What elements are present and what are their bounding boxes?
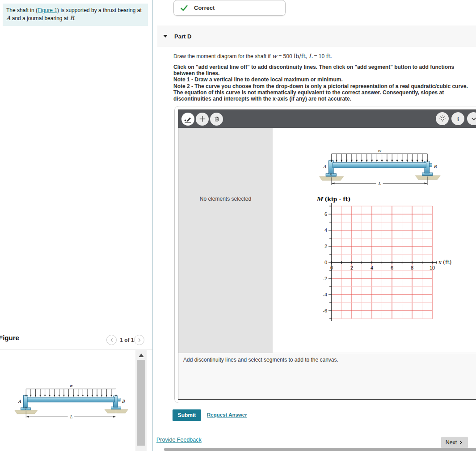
part-d-header[interactable]: Part D: [157, 25, 476, 47]
label-b: B: [122, 399, 126, 404]
selection-panel: No elements selected: [178, 128, 273, 353]
canvas-toolbar: i: [178, 110, 476, 128]
problem-text: The shaft in (: [6, 7, 38, 13]
y-tick-label: 6: [324, 211, 327, 217]
figure-scrollbar-thumb[interactable]: [137, 360, 145, 446]
figure-section-title: Figure: [0, 334, 19, 341]
canvas-content: No elements selected A B w: [178, 128, 476, 353]
y-tick-label: 0: [324, 260, 327, 265]
check-icon: [180, 4, 188, 12]
next-label: Next: [446, 439, 457, 446]
unit-lbft: lb/ft: [294, 53, 306, 59]
submit-button[interactable]: Submit: [173, 409, 201, 421]
beam-shaft: [27, 397, 115, 402]
trash-icon: [213, 115, 221, 123]
distributed-load: w: [25, 384, 117, 397]
prompt-text: Draw the moment diagram for the shaft if…: [173, 53, 332, 59]
plus-icon: [198, 114, 207, 123]
var-b: B: [70, 15, 74, 21]
figure-1-link[interactable]: Figure 1: [38, 7, 57, 13]
part-title: Part D: [174, 33, 191, 40]
y-tick-label: -6: [323, 308, 327, 313]
label-b: B: [434, 164, 437, 169]
x-tick-label: 8: [411, 265, 413, 270]
moment-diagram-graph[interactable]: 02468106420-2-4-6 M (kip · ft) x (ft): [312, 195, 459, 330]
var-w: w: [272, 53, 277, 59]
beam-shaft: [333, 163, 426, 168]
y-tick-label: -4: [323, 292, 327, 297]
x-tick-label: 0: [330, 265, 333, 270]
figure-next-button[interactable]: [134, 335, 144, 345]
correct-label: Correct: [194, 4, 215, 11]
provide-feedback-link[interactable]: Provide Feedback: [156, 437, 202, 443]
figure-prev-button[interactable]: [106, 335, 117, 345]
add-vertical-line-button[interactable]: [181, 113, 194, 126]
expand-button[interactable]: [467, 112, 476, 125]
note-1: Note 1 - Draw a vertical line to denote …: [173, 76, 468, 83]
note-click-instructions: Click on "add vertical line off" to add …: [173, 64, 468, 76]
problem-statement: The shaft in (Figure 1) is supported by …: [3, 4, 148, 26]
y-tick-label: -2: [323, 276, 327, 281]
lightbulb-icon: [438, 114, 447, 123]
dimension-line: L: [332, 177, 428, 186]
chevron-down-icon: [469, 114, 476, 123]
next-button[interactable]: Next: [441, 437, 468, 448]
axes: 02468106420-2-4-6: [323, 203, 437, 321]
correct-feedback-box: Correct: [173, 0, 286, 16]
label-a: A: [323, 164, 327, 169]
distributed-load: w: [331, 148, 429, 162]
figure-panel-border: [0, 350, 152, 350]
dimension-line: L: [26, 410, 116, 419]
canvas-hint-text: Add discontinuity lines and select segme…: [183, 357, 338, 363]
label-l: L: [378, 181, 381, 186]
info-icon: i: [454, 114, 463, 123]
beam-diagram: A B w L: [314, 148, 444, 188]
request-answer-link[interactable]: Request Answer: [207, 412, 247, 417]
add-segment-button[interactable]: [196, 113, 209, 126]
note-2: Note 2 - The curve you choose from the d…: [173, 83, 468, 102]
drawing-canvas-widget: i No elements selected: [174, 106, 476, 403]
no-selection-text: No elements selected: [200, 196, 251, 202]
svg-text:i: i: [457, 116, 459, 122]
label-l: L: [70, 415, 73, 419]
y-axis-title: M (kip · ft): [316, 196, 350, 202]
horizontal-scrollbar-thumb[interactable]: [164, 448, 476, 451]
figure-beam-image: A B w L: [10, 384, 131, 421]
y-tick-label: 4: [324, 228, 327, 233]
beam-diagram: A B w L: [10, 384, 131, 421]
x-tick-label: 6: [391, 265, 393, 270]
x-tick-label: 2: [350, 265, 353, 270]
var-l: L: [309, 53, 313, 59]
instruction-notes: Click on "add vertical line off" to add …: [173, 64, 468, 102]
canvas-hint-strip: Add discontinuity lines and select segme…: [178, 353, 476, 399]
unit-ft: ft: [326, 53, 331, 59]
chevron-left-icon: [108, 337, 115, 344]
column-divider: [152, 0, 153, 451]
scroll-up-icon[interactable]: [139, 354, 144, 357]
canvas-inner: i No elements selected: [178, 110, 476, 400]
toolbar-right-group: i: [436, 112, 476, 125]
figure-scrollbar[interactable]: [135, 350, 147, 451]
x-axis-title: x (ft): [438, 259, 451, 266]
delete-button[interactable]: [210, 113, 223, 126]
x-tick-label: 10: [430, 265, 435, 270]
var-a: A: [6, 15, 10, 21]
chevron-right-icon: [458, 440, 463, 445]
y-tick-label: 2: [324, 244, 327, 249]
label-a: A: [17, 399, 21, 404]
hint-button[interactable]: [436, 112, 449, 125]
x-tick-label: 4: [371, 265, 373, 270]
canvas-beam-image: A B w L: [314, 148, 444, 188]
label-w: w: [69, 384, 73, 388]
draw-area[interactable]: A B w L 02468106420-2-4-6 M (kip · ft) x…: [274, 128, 476, 353]
pencil-plus-icon: [184, 115, 192, 123]
chevron-right-icon: [136, 337, 143, 344]
label-w: w: [378, 148, 382, 153]
collapse-triangle-icon[interactable]: [163, 35, 168, 38]
info-button[interactable]: i: [451, 112, 464, 125]
